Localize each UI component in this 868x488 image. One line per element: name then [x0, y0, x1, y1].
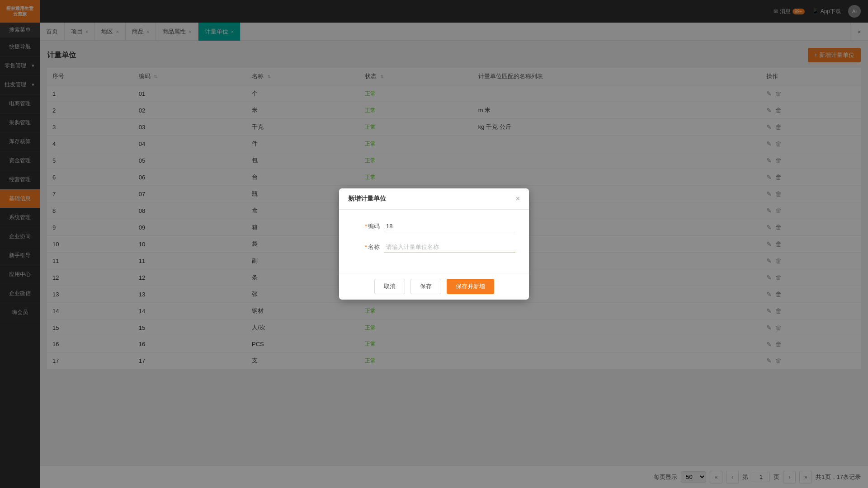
- modal-title: 新增计量单位: [348, 195, 386, 203]
- code-label: *编码: [353, 222, 380, 230]
- name-label: *名称: [353, 243, 380, 251]
- modal-body: *编码 *名称: [339, 210, 529, 273]
- modal-header: 新增计量单位 ×: [339, 188, 529, 210]
- add-unit-modal: 新增计量单位 × *编码 *名称 取消 保存 保存并新增: [339, 188, 529, 300]
- save-and-new-button[interactable]: 保存并新增: [447, 279, 494, 294]
- modal-overlay[interactable]: 新增计量单位 × *编码 *名称 取消 保存 保存并新增: [0, 0, 868, 488]
- code-input[interactable]: [384, 221, 515, 232]
- name-input[interactable]: [384, 241, 515, 253]
- name-form-row: *名称: [353, 241, 515, 253]
- save-button[interactable]: 保存: [410, 279, 441, 294]
- modal-close-button[interactable]: ×: [516, 195, 520, 203]
- cancel-button[interactable]: 取消: [374, 279, 405, 294]
- modal-footer: 取消 保存 保存并新增: [339, 273, 529, 300]
- code-form-row: *编码: [353, 221, 515, 232]
